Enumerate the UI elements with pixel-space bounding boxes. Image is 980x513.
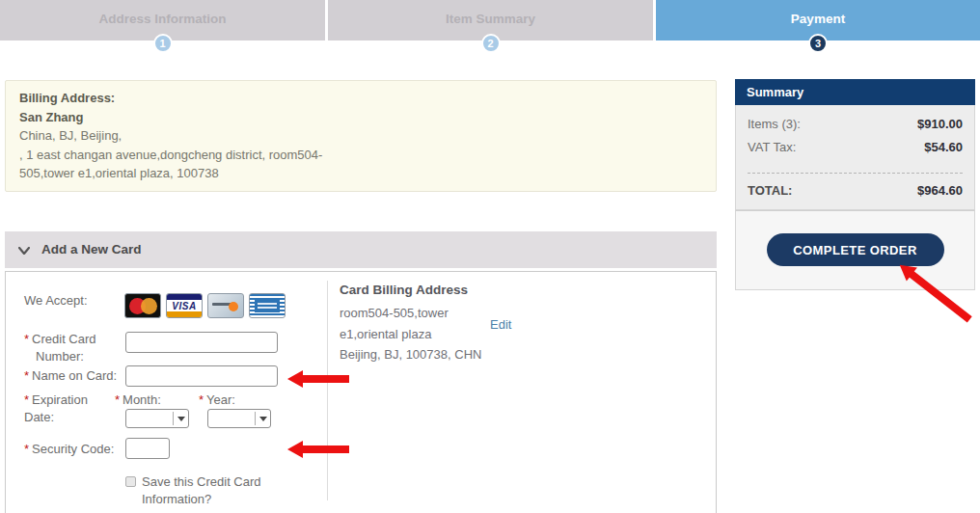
- month-select[interactable]: [125, 409, 189, 428]
- required-marker: *: [24, 392, 29, 407]
- credit-card-number-input[interactable]: [125, 332, 278, 353]
- billing-address-line: China, BJ, Beijing,: [19, 126, 702, 146]
- chevron-down-icon: [18, 247, 30, 255]
- tab-address-information[interactable]: Address Information 1: [0, 0, 325, 40]
- order-summary-panel: Summary Items (3): $910.00 VAT Tax: $54.…: [735, 79, 975, 290]
- billing-address-heading: Billing Address:: [19, 89, 702, 108]
- edit-billing-address-link[interactable]: Edit: [490, 317, 511, 332]
- total-value: $964.60: [917, 183, 963, 198]
- arrow-annotation-name-on-card: [287, 370, 349, 388]
- american-express-icon: [249, 293, 286, 318]
- summary-divider: [748, 173, 963, 174]
- visa-icon: VISA: [166, 293, 203, 318]
- we-accept-label: We Accept:: [24, 292, 88, 310]
- discover-icon: [207, 293, 244, 318]
- save-card-checkbox[interactable]: [125, 476, 136, 487]
- month-label: *Month:: [115, 392, 161, 409]
- required-marker: *: [115, 392, 120, 407]
- step-1-badge: 1: [153, 34, 173, 53]
- panel-divider: [327, 281, 328, 500]
- required-marker: *: [199, 392, 204, 407]
- accepted-cards-row: VISA: [124, 293, 286, 318]
- add-new-card-header[interactable]: Add a New Card: [5, 231, 717, 268]
- tab-item-summary[interactable]: Item Summary 2: [328, 0, 653, 40]
- security-code-input[interactable]: [125, 438, 170, 459]
- step-3-badge: 3: [808, 34, 828, 53]
- summary-row-total: TOTAL: $964.60: [736, 176, 974, 209]
- name-on-card-input[interactable]: [125, 365, 278, 387]
- year-label: *Year:: [199, 392, 235, 409]
- billing-address-box: Billing Address: San Zhang China, BJ, Be…: [5, 80, 717, 192]
- card-billing-address-heading: Card Billing Address: [340, 283, 468, 297]
- required-marker: *: [24, 442, 29, 456]
- summary-body: Items (3): $910.00 VAT Tax: $54.60 TOTAL…: [735, 105, 975, 210]
- summary-row-vat: VAT Tax: $54.60: [736, 136, 974, 159]
- vat-label: VAT Tax:: [748, 138, 796, 157]
- arrow-annotation-security-code: [287, 441, 349, 458]
- items-label: Items (3):: [748, 115, 801, 134]
- summary-row-items: Items (3): $910.00: [736, 113, 974, 136]
- required-marker: *: [24, 332, 29, 346]
- step-2-badge: 2: [481, 34, 501, 53]
- billing-address-line: , 1 east changan avenue,dongcheng distri…: [19, 146, 702, 165]
- tab-label: Payment: [791, 12, 845, 26]
- expiration-date-label: *Expiration Date:: [24, 392, 113, 426]
- add-new-card-label: Add a New Card: [41, 242, 142, 256]
- summary-title: Summary: [735, 79, 975, 105]
- required-marker: *: [24, 368, 29, 383]
- card-billing-address-text: room504-505,tower e1,oriental plaza Beij…: [340, 303, 481, 365]
- year-select[interactable]: [207, 409, 271, 428]
- save-card-label: Save this Credit Card Information?: [142, 473, 296, 508]
- tab-label: Item Summary: [446, 12, 535, 26]
- vat-value: $54.60: [924, 138, 963, 157]
- dropdown-arrow-icon: [255, 412, 270, 425]
- mastercard-icon: [124, 293, 161, 318]
- billing-address-line: 505,tower e1,oriental plaza, 100738: [19, 164, 702, 183]
- total-label: TOTAL:: [748, 183, 792, 198]
- credit-card-number-label: *Credit Card Number:: [24, 331, 137, 365]
- summary-action-area: COMPLETE ORDER: [735, 210, 975, 290]
- items-value: $910.00: [917, 115, 963, 134]
- name-on-card-label: *Name on Card:: [24, 367, 142, 385]
- billing-address-name: San Zhang: [19, 108, 702, 127]
- tab-label: Address Information: [98, 12, 226, 26]
- tab-payment[interactable]: Payment 3: [656, 0, 980, 40]
- dropdown-arrow-icon: [173, 412, 188, 425]
- checkout-payment-page: Address Information 1 Item Summary 2 Pay…: [0, 0, 980, 513]
- complete-order-button[interactable]: COMPLETE ORDER: [767, 233, 944, 266]
